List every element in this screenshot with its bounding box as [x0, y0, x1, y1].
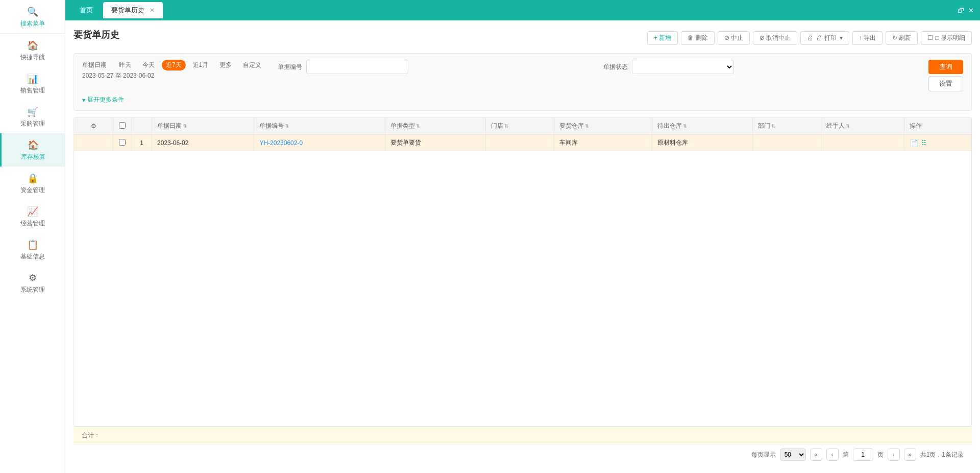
pagination: 每页显示 50 20 100 « ‹ 第 页 › » 共1页，1条记录 — [74, 444, 972, 465]
row-num-cell: 1 — [132, 135, 152, 151]
bill-status-select[interactable] — [632, 60, 734, 74]
date-btn-1month[interactable]: 近1月 — [189, 60, 213, 70]
last-page-button[interactable]: » — [904, 448, 916, 461]
table-header-row: ⚙ 单据日期⇅ 单据编号⇅ 单据类型⇅ 门店⇅ 要货仓库⇅ 待出仓库⇅ 部门⇅ … — [74, 117, 971, 135]
sidebar-item-label: 库存核算 — [21, 153, 45, 161]
tab-close-icon[interactable]: ✕ — [150, 7, 155, 14]
th-department[interactable]: 部门⇅ — [753, 117, 821, 135]
row-dest-warehouse-cell: 原材料仓库 — [652, 135, 753, 151]
first-page-button[interactable]: « — [810, 448, 822, 461]
page-number-input[interactable] — [853, 448, 873, 461]
row-checkbox-cell[interactable] — [113, 135, 132, 151]
page-size-label: 每页显示 — [751, 451, 776, 459]
th-dest-warehouse[interactable]: 待出仓库⇅ — [652, 117, 753, 135]
expand-more-button[interactable]: ▾ 展开更多条件 — [82, 96, 963, 104]
prev-page-button[interactable]: ‹ — [826, 448, 839, 461]
new-button[interactable]: + 新增 — [647, 31, 678, 45]
settings-button[interactable]: 设置 — [928, 76, 963, 91]
next-page-button[interactable]: › — [888, 448, 900, 461]
topbar-right: 🗗 ✕ — [958, 7, 974, 14]
page-title: 要货单历史 — [74, 29, 119, 41]
tab-requisition-label: 要货单历史 — [111, 6, 144, 15]
stop-button[interactable]: ⊘ 中止 — [718, 31, 750, 45]
row-handler-cell — [821, 135, 904, 151]
bill-status-label: 单据状态 — [603, 63, 628, 72]
basic-info-icon: 📋 — [27, 239, 38, 250]
bill-status-filter-group: 单据状态 — [603, 60, 916, 74]
sidebar-item-label: 基础信息 — [20, 252, 45, 261]
th-req-warehouse[interactable]: 要货仓库⇅ — [554, 117, 652, 135]
chevron-down-icon: ▾ — [82, 97, 85, 104]
date-btn-7days[interactable]: 近7天 — [162, 60, 186, 70]
select-all-checkbox[interactable] — [119, 122, 126, 129]
print-button[interactable]: 🖨 🖨 打印 ▾ — [800, 31, 849, 45]
date-btn-today[interactable]: 今天 — [138, 60, 159, 70]
sidebar-item-sales[interactable]: 📊 销售管理 — [0, 67, 65, 100]
data-table: ⚙ 单据日期⇅ 单据编号⇅ 单据类型⇅ 门店⇅ 要货仓库⇅ 待出仓库⇅ 部门⇅ … — [74, 117, 972, 427]
row-checkbox[interactable] — [119, 139, 126, 146]
row-date-cell: 2023-06-02 — [152, 135, 254, 151]
total-info: 共1页，1条记录 — [920, 451, 964, 459]
refresh-button[interactable]: ↻ 刷新 — [886, 31, 918, 45]
th-bill-type[interactable]: 单据类型⇅ — [385, 117, 486, 135]
th-checkbox — [113, 117, 132, 135]
purchase-icon: 🛒 — [27, 106, 38, 117]
display-detail-button[interactable]: ☐ □ 显示明细 — [921, 31, 972, 45]
sidebar-item-system[interactable]: ⚙ 系统管理 — [0, 266, 65, 299]
date-btn-custom[interactable]: 自定义 — [239, 60, 265, 70]
date-filter-label: 单据日期 — [82, 61, 107, 69]
sidebar-item-basic-info[interactable]: 📋 基础信息 — [0, 233, 65, 266]
content-area: 要货单历史 + 新增 🗑 删除 ⊘ 中止 ⊘ 取消中止 🖨 🖨 打印 ▾ ↑ 导… — [65, 20, 980, 473]
sidebar-item-label: 搜索菜单 — [20, 19, 45, 28]
query-button[interactable]: 查询 — [928, 60, 963, 74]
page-size-select[interactable]: 50 20 100 — [780, 448, 806, 461]
row-edit-icon[interactable]: 📄 — [910, 139, 918, 147]
inventory-icon: 🏠 — [28, 139, 39, 151]
window-restore-icon[interactable]: 🗗 — [958, 7, 964, 14]
print-icon: 🖨 — [807, 34, 813, 41]
sidebar-item-inventory[interactable]: 🏠 库存核算 — [0, 133, 65, 167]
row-bill-type-cell: 要货单要货 — [385, 135, 486, 151]
row-bill-no-cell[interactable]: YH-20230602-0 — [254, 135, 385, 151]
tab-home-label: 首页 — [80, 6, 93, 15]
bill-no-filter-group: 单据编号 — [278, 60, 591, 74]
finance-icon: 🔒 — [27, 173, 38, 184]
export-button[interactable]: ↑ 导出 — [852, 31, 883, 45]
sidebar-item-purchase[interactable]: 🛒 采购管理 — [0, 100, 65, 133]
sidebar-item-quick-nav[interactable]: 🏠 快捷导航 — [0, 34, 65, 67]
row-department-cell — [753, 135, 821, 151]
filter-action-buttons: 查询 设置 — [928, 60, 963, 91]
page-label: 页 — [877, 451, 884, 459]
bill-no-input[interactable] — [306, 60, 408, 74]
sidebar-item-label: 快捷导航 — [20, 53, 45, 62]
th-bill-no[interactable]: 单据编号⇅ — [254, 117, 385, 135]
sidebar-item-search-menu[interactable]: 🔍 搜索菜单 — [0, 0, 65, 34]
delete-button[interactable]: 🗑 删除 — [681, 31, 714, 45]
date-btn-more[interactable]: 更多 — [215, 60, 236, 70]
sales-icon: 📊 — [27, 73, 38, 84]
home-icon: 🏠 — [27, 40, 38, 51]
th-handler[interactable]: 经手人⇅ — [821, 117, 904, 135]
window-close-icon[interactable]: ✕ — [968, 7, 974, 14]
row-more-icon[interactable]: ⠿ — [921, 139, 926, 147]
date-filter-group: 单据日期 昨天 今天 近7天 近1月 更多 自定义 2023-05-27 至 2… — [82, 60, 265, 80]
requisition-table: ⚙ 单据日期⇅ 单据编号⇅ 单据类型⇅ 门店⇅ 要货仓库⇅ 待出仓库⇅ 部门⇅ … — [74, 117, 971, 151]
row-store-cell — [486, 135, 554, 151]
sidebar-item-finance[interactable]: 🔒 资金管理 — [0, 167, 65, 200]
th-store[interactable]: 门店⇅ — [486, 117, 554, 135]
tab-requisition-history[interactable]: 要货单历史 ✕ — [103, 2, 163, 18]
sidebar-item-operations[interactable]: 📈 经营管理 — [0, 200, 65, 233]
date-btn-yesterday[interactable]: 昨天 — [115, 60, 135, 70]
cancel-stop-button[interactable]: ⊘ 取消中止 — [753, 31, 797, 45]
tab-home[interactable]: 首页 — [71, 2, 101, 18]
date-range-display: 2023-05-27 至 2023-06-02 — [82, 72, 265, 80]
date-buttons: 昨天 今天 近7天 近1月 更多 自定义 — [115, 60, 265, 70]
bill-no-link[interactable]: YH-20230602-0 — [259, 139, 303, 147]
topbar: 首页 要货单历史 ✕ 🗗 ✕ — [65, 0, 980, 20]
th-date[interactable]: 单据日期⇅ — [152, 117, 254, 135]
system-icon: ⚙ — [29, 272, 37, 283]
sidebar-item-label: 经营管理 — [20, 219, 45, 228]
th-settings[interactable]: ⚙ — [74, 117, 113, 135]
sidebar-item-label: 销售管理 — [20, 86, 45, 95]
th-actions: 操作 — [904, 117, 971, 135]
